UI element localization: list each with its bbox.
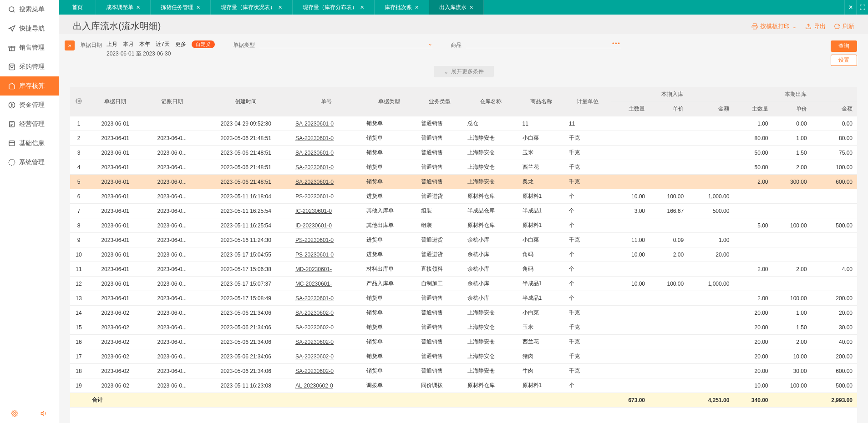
table-row[interactable]: 162023-06-022023-06-0...2023-05-06 21:34… <box>70 335 857 349</box>
doc-link[interactable]: SA-20230601-0 <box>295 179 334 185</box>
sidebar-item-stock[interactable]: 库存核算 <box>0 76 59 96</box>
col-out-amount[interactable]: 金额 <box>812 102 857 116</box>
table-row[interactable]: 82023-06-012023-06-0...2023-05-11 16:25:… <box>70 218 857 233</box>
doc-link[interactable]: SA-20230601-0 <box>295 295 334 302</box>
tab[interactable]: 现存量（库存分布表）✕ <box>293 0 375 15</box>
date-range-option[interactable]: 上月 <box>107 40 117 48</box>
table-row[interactable]: 192023-06-022023-06-0...2023-05-11 16:23… <box>70 378 857 393</box>
sidebar-item-purchase[interactable]: 采购管理 <box>0 57 59 76</box>
cell-product: 半成品1 <box>518 204 564 218</box>
table-row[interactable]: 22023-06-012023-06-0...2023-05-06 21:48:… <box>70 131 857 146</box>
date-range-option[interactable]: 本月 <box>123 40 134 48</box>
cell-out-qty: 2.00 <box>734 262 772 277</box>
close-icon[interactable]: ✕ <box>415 5 419 10</box>
doc-link[interactable]: PS-20230601-0 <box>295 237 334 243</box>
filter-type-select[interactable]: ⌄ <box>259 40 432 48</box>
footer-settings-icon[interactable] <box>11 410 18 418</box>
table-row[interactable]: 152023-06-022023-06-0...2023-05-06 21:34… <box>70 320 857 335</box>
sidebar-item-sys[interactable]: 系统管理 <box>0 153 59 172</box>
col-product[interactable]: 商品名称 <box>518 87 564 116</box>
tab[interactable]: 成本调整单✕ <box>96 0 151 15</box>
tab[interactable]: 拣货任务管理✕ <box>151 0 211 15</box>
col-created[interactable]: 创建时间 <box>201 87 290 116</box>
tab[interactable]: 现存量（库存状况表）✕ <box>211 0 293 15</box>
sidebar-item-sales[interactable]: 销售管理 <box>0 38 59 57</box>
tab[interactable]: 出入库流水✕ <box>429 0 484 15</box>
table-row[interactable]: 52023-06-012023-06-0...2023-05-06 21:48:… <box>70 175 857 189</box>
refresh-button[interactable]: 刷新 <box>834 22 854 30</box>
export-button[interactable]: 导出 <box>805 22 826 30</box>
col-uom[interactable]: 计量单位 <box>564 87 611 116</box>
doc-link[interactable]: AL-20230602-0 <box>295 383 333 389</box>
tab[interactable]: 库存批次账✕ <box>375 0 429 15</box>
doc-link[interactable]: SA-20230602-0 <box>295 339 334 345</box>
table-row[interactable]: 122023-06-012023-06-0...2023-05-17 15:07… <box>70 277 857 291</box>
col-in-price[interactable]: 单价 <box>650 102 688 116</box>
table-row[interactable]: 112023-06-012023-06-0...2023-05-17 15:06… <box>70 262 857 277</box>
doc-link[interactable]: PS-20230601-0 <box>295 252 334 258</box>
sidebar-item-ops[interactable]: 经营管理 <box>0 115 59 134</box>
col-biz-type[interactable]: 业务类型 <box>416 87 463 116</box>
sidebar-item-fund[interactable]: 资金管理 <box>0 96 59 115</box>
col-acct-date[interactable]: 记账日期 <box>143 87 201 116</box>
col-warehouse[interactable]: 仓库名称 <box>463 87 518 116</box>
doc-link[interactable]: SA-20230602-0 <box>295 353 334 360</box>
table-row[interactable]: 142023-06-022023-06-0...2023-05-06 21:34… <box>70 306 857 320</box>
date-range-custom-pill[interactable]: 自定义 <box>192 40 215 48</box>
doc-link[interactable]: SA-20230602-0 <box>295 310 334 316</box>
doc-link[interactable]: SA-20230601-0 <box>295 121 334 127</box>
cell-out-price <box>773 247 812 262</box>
table-row[interactable]: 92023-06-012023-06-0...2023-05-16 11:24:… <box>70 233 857 247</box>
footer-sound-icon[interactable] <box>41 410 48 418</box>
table-row[interactable]: 72023-06-012023-06-0...2023-05-11 16:25:… <box>70 204 857 218</box>
table-row[interactable]: 102023-06-012023-06-0...2023-05-17 15:04… <box>70 247 857 262</box>
doc-link[interactable]: SA-20230602-0 <box>295 368 334 374</box>
col-out-price[interactable]: 单价 <box>773 102 812 116</box>
doc-link[interactable]: SA-20230601-0 <box>295 150 334 156</box>
data-table-container[interactable]: 单据日期 记账日期 创建时间 单号 单据类型 业务类型 仓库名称 商品名称 计量… <box>70 87 857 423</box>
tabbar-fullscreen-button[interactable] <box>856 0 868 15</box>
table-row[interactable]: 12023-06-012023-04-29 09:52:30SA-2023060… <box>70 116 857 131</box>
date-range-option[interactable]: 本年 <box>139 40 150 48</box>
table-row[interactable]: 32023-06-012023-06-0...2023-05-06 21:48:… <box>70 146 857 160</box>
doc-link[interactable]: SA-20230601-0 <box>295 135 334 141</box>
cell-out-amount <box>812 247 857 262</box>
close-icon[interactable]: ✕ <box>196 5 200 10</box>
col-in-amount[interactable]: 金额 <box>688 102 734 116</box>
col-doc-type[interactable]: 单据类型 <box>362 87 416 116</box>
doc-link[interactable]: PS-20230601-0 <box>295 193 334 200</box>
table-row[interactable]: 132023-06-012023-06-0...2023-05-17 15:08… <box>70 291 857 306</box>
date-range-option[interactable]: 更多 <box>175 40 186 48</box>
col-doc-no[interactable]: 单号 <box>291 87 362 116</box>
sidebar-item-base[interactable]: 基础信息 <box>0 134 59 153</box>
col-in-qty[interactable]: 主数量 <box>611 102 650 116</box>
table-row[interactable]: 182023-06-022023-06-0...2023-05-06 21:34… <box>70 364 857 378</box>
table-row[interactable]: 62023-06-012023-06-0...2023-05-11 16:18:… <box>70 189 857 204</box>
col-date[interactable]: 单据日期 <box>87 87 143 116</box>
search-button[interactable]: 查询 <box>831 40 857 52</box>
doc-link[interactable]: SA-20230602-0 <box>295 324 334 331</box>
col-out-qty[interactable]: 主数量 <box>734 102 772 116</box>
table-row[interactable]: 172023-06-022023-06-0...2023-05-06 21:34… <box>70 349 857 364</box>
doc-link[interactable]: SA-20230601-0 <box>295 164 334 171</box>
print-button[interactable]: 按模板打印 ⌄ <box>751 22 797 30</box>
table-row[interactable]: 42023-06-012023-06-0...2023-05-06 21:48:… <box>70 160 857 175</box>
close-icon[interactable]: ✕ <box>360 5 364 10</box>
doc-link[interactable]: IC-20230601-0 <box>295 208 332 214</box>
close-icon[interactable]: ✕ <box>469 5 473 10</box>
settings-button[interactable]: 设置 <box>831 55 857 66</box>
close-icon[interactable]: ✕ <box>278 5 282 10</box>
sidebar-item-search[interactable]: 搜索菜单 <box>0 0 59 19</box>
table-settings-header[interactable] <box>70 87 87 116</box>
tabbar-close-button[interactable]: ✕ <box>844 0 856 15</box>
doc-link[interactable]: MC-20230601- <box>295 281 332 287</box>
expand-conditions-button[interactable]: ⌄展开更多条件 <box>434 66 494 77</box>
sidebar-item-nav[interactable]: 快捷导航 <box>0 19 59 38</box>
filter-product-select[interactable]: ••• <box>466 40 621 48</box>
date-range-option[interactable]: 近7天 <box>156 40 170 48</box>
doc-link[interactable]: ID-20230601-0 <box>295 222 332 229</box>
tab[interactable]: 首页 <box>59 0 96 15</box>
close-icon[interactable]: ✕ <box>136 5 140 10</box>
cell-doc-type: 销货单 <box>362 320 416 335</box>
doc-link[interactable]: MD-20230601- <box>295 266 332 272</box>
